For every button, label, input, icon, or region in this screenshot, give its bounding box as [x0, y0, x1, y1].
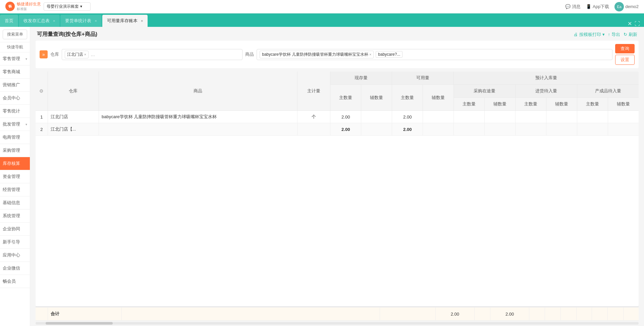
message-btn[interactable]: 💬 消息 [565, 4, 581, 10]
product-tag-1-close[interactable]: × [369, 52, 371, 56]
sidebar-item-operations[interactable]: 经营管理 [0, 183, 30, 196]
product-tag-area[interactable]: babycare学饮杯 儿童防摔防撞吸管杯重力球吸嘴杯宝宝水杯 × babyca… [257, 49, 612, 60]
settings-btn[interactable]: 设置 [615, 55, 635, 65]
sidebar-item-system[interactable]: 系统管理 [0, 209, 30, 223]
user-area[interactable]: Ea demo2 [614, 2, 639, 11]
nav-tabs: 首页 收发存汇总表 × 要货单统计表 × 可用量库存账本 × ✕ ⛶ [0, 13, 644, 27]
sidebar-item-wholesale[interactable]: 批发管理 ▾ [0, 118, 30, 131]
expand-btn[interactable]: ⛶ [635, 21, 640, 27]
query-btn[interactable]: 查询 [615, 44, 635, 53]
sidebar-item-purchase[interactable]: 采购管理 [0, 144, 30, 157]
warehouse-more-icon[interactable]: … [91, 52, 95, 57]
sidebar-item-member[interactable]: 会员中心 [0, 92, 30, 105]
sidebar-item-member2[interactable]: 畅会员 [0, 275, 30, 288]
th-production-main: 主数量 [577, 98, 608, 111]
th-stock-aux: 辅数量 [361, 85, 392, 111]
filter-expand-btn[interactable]: » [40, 50, 48, 58]
sidebar-item-enterprise[interactable]: 企业协同 [0, 223, 30, 236]
warehouse-tag-close[interactable]: × [84, 52, 86, 56]
row-1-available-aux [423, 111, 454, 123]
main-layout: 搜索菜单 快捷导航 零售管理 ▾ 零售商城 营销推广 会员中心 零售统计 批发管… [0, 27, 644, 326]
th-planned-group: 预计入库量 [454, 72, 639, 85]
row-2-incoming-main [516, 123, 546, 136]
th-available-group: 可用量 [392, 72, 454, 85]
search-menu-btn[interactable]: 搜索菜单 [3, 30, 27, 39]
tab-available[interactable]: 可用量库存账本 × [102, 15, 148, 27]
sidebar-item-member-label: 会员中心 [3, 95, 20, 101]
sidebar-item-wholesale-label: 批发管理 [3, 121, 20, 127]
tab-home-label: 首页 [5, 18, 13, 24]
sidebar-item-ecommerce-label: 电商管理 [3, 134, 20, 140]
row-1-incoming-main [516, 111, 546, 123]
sidebar-item-marketing[interactable]: 营销推广 [0, 79, 30, 92]
sidebar-item-retail-shop[interactable]: 零售商城 [0, 65, 30, 79]
close-tab-btn[interactable]: ✕ [628, 20, 632, 27]
tab-home[interactable]: 首页 [0, 15, 18, 27]
tab-available-close[interactable]: × [141, 19, 143, 23]
sidebar-item-retail-stats[interactable]: 零售统计 [0, 105, 30, 118]
row-1-stock-aux [361, 111, 392, 123]
settings-icon[interactable]: ⚙ [39, 88, 44, 94]
message-label: 消息 [572, 4, 581, 10]
summary-table: 合计 2.00 2.00 [36, 307, 639, 321]
summary-product-empty [121, 307, 380, 321]
sidebar-item-inventory[interactable]: 库存核算 [0, 157, 30, 170]
th-incoming-main: 主数量 [516, 98, 546, 111]
logo-text: 畅捷通好生意 [17, 2, 41, 6]
org-selector[interactable]: 母婴行业演示账套 ▾ [44, 2, 91, 11]
sidebar-item-newguide[interactable]: 新手引导 [0, 236, 30, 249]
sidebar-item-newguide-label: 新手引导 [3, 239, 20, 245]
sidebar-item-wecom[interactable]: 企业微信 [0, 262, 30, 275]
th-available-aux: 辅数量 [423, 85, 454, 111]
horizontal-scrollbar[interactable] [36, 321, 639, 326]
message-icon: 💬 [565, 4, 571, 9]
tab-order[interactable]: 要货单统计表 × [60, 15, 101, 27]
avatar: Ea [614, 2, 624, 11]
warehouse-label: 仓库 [50, 51, 59, 57]
warehouse-tag-value: 江北门店 [67, 52, 83, 57]
print-btn[interactable]: 🖨 按模板打印 ▾ [574, 32, 605, 38]
row-1-purchase-aux [485, 111, 516, 123]
sidebar-item-retail-shop-label: 零售商城 [3, 69, 20, 75]
sidebar-item-basics[interactable]: 基础信息 [0, 196, 30, 209]
sidebar-item-appstore[interactable]: 应用中心 [0, 249, 30, 262]
app-download-btn[interactable]: 📱 App下载 [586, 4, 609, 10]
org-name: 母婴行业演示账套 [47, 4, 79, 9]
user-name: demo2 [625, 4, 639, 9]
tab-receive[interactable]: 收发存汇总表 × [19, 15, 60, 27]
logo-sub: 标准版 [17, 7, 41, 11]
scrollbar-thumb[interactable] [46, 322, 113, 325]
filter-actions: 查询 设置 [615, 44, 635, 65]
product-label: 商品 [245, 51, 254, 57]
sidebar-item-marketing-label: 营销推广 [3, 82, 20, 88]
summary-purchase-main [545, 307, 561, 321]
export-btn[interactable]: ↑ 导出 [608, 32, 621, 38]
row-2-purchase-main [454, 123, 485, 136]
product-tag-1: babycare学饮杯 儿童防摔防撞吸管杯重力球吸嘴杯宝宝水杯 × [260, 51, 374, 58]
refresh-btn[interactable]: ↻ 刷新 [624, 32, 637, 38]
product-tag-2: babycare?... [376, 51, 402, 58]
warehouse-tag-area[interactable]: 江北门店 × … [62, 49, 243, 60]
th-stock-main: 主数量 [330, 85, 361, 111]
tab-order-close[interactable]: × [95, 19, 97, 23]
tab-receive-close[interactable]: × [53, 19, 55, 23]
sidebar-item-finance[interactable]: 资金管理 [0, 170, 30, 183]
summary-row: 合计 2.00 2.00 [36, 307, 639, 321]
row-2-production-aux [608, 123, 639, 136]
data-table: ⚙ 仓库 商品 主计量 现存量 可用量 预计入库量 主数量 辅数量 主数量 辅数… [36, 72, 639, 136]
summary-production-main [608, 307, 624, 321]
th-purchase-main: 主数量 [454, 98, 485, 111]
sidebar-item-appstore-label: 应用中心 [3, 252, 20, 258]
th-incoming-aux: 辅数量 [546, 98, 577, 111]
row-1-production-aux [608, 111, 639, 123]
sidebar-item-retail[interactable]: 零售管理 ▾ [0, 52, 30, 65]
sidebar-item-ecommerce[interactable]: 电商管理 [0, 131, 30, 144]
chevron-down-icon: ▾ [602, 32, 605, 37]
sidebar-item-purchase-label: 采购管理 [3, 147, 20, 153]
product-tag-1-value: babycare学饮杯 儿童防摔防撞吸管杯重力球吸嘴杯宝宝水杯 [262, 52, 368, 57]
nav-right-buttons: ✕ ⛶ [628, 20, 644, 27]
quick-nav-btn[interactable]: 快捷导航 [0, 42, 30, 52]
row-1-unit: 个 [297, 111, 330, 123]
row-2-incoming-aux [546, 123, 577, 136]
chevron-down-icon: ▾ [25, 123, 27, 126]
